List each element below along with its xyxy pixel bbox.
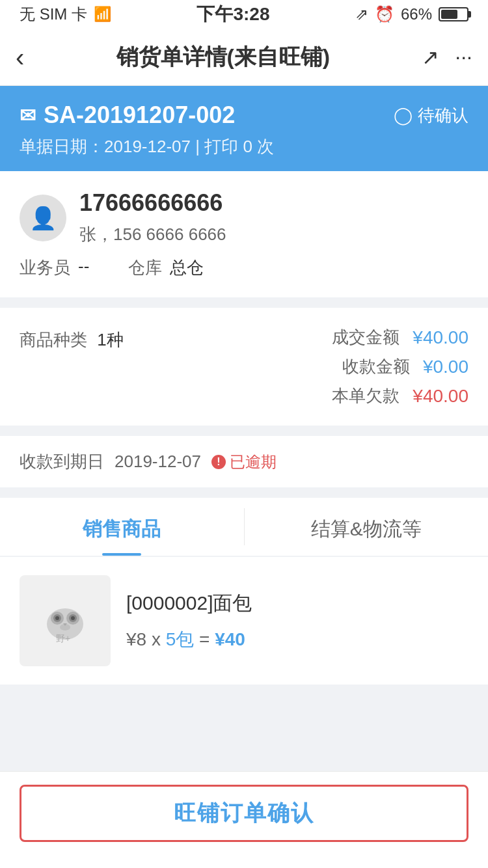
customer-phone: 17666666666 xyxy=(79,189,226,217)
kinds-label: 商品种类 xyxy=(20,330,87,349)
svg-text:野+: 野+ xyxy=(56,633,70,644)
product-kinds-field: 商品种类 1种 xyxy=(20,329,124,351)
product-image: 野+ xyxy=(20,575,111,666)
due-date-label: 收款到期日 xyxy=(20,450,104,473)
bottom-area: 旺铺订单确认 xyxy=(0,771,488,868)
due-date-card: 收款到期日 2019-12-07 ! 已逾期 xyxy=(0,436,488,487)
confirm-button[interactable]: 旺铺订单确认 xyxy=(20,785,468,842)
status-left: 无 SIM 卡 📶 xyxy=(20,4,111,25)
svg-point-6 xyxy=(71,616,75,620)
alarm-icon: ⏰ xyxy=(375,5,394,23)
transaction-amount-row: 成交金额 ¥40.00 xyxy=(332,326,468,349)
product-price: ¥8 x 5包 = ¥40 xyxy=(126,627,468,652)
collected-label: 收款金额 xyxy=(342,355,410,378)
collected-value: ¥0.00 xyxy=(423,357,468,377)
salesperson-label: 业务员 xyxy=(20,256,70,279)
order-status: ◯ 待确认 xyxy=(394,104,468,127)
collected-amount-row: 收款金额 ¥0.00 xyxy=(342,355,468,378)
salesperson-field: 业务员 -- xyxy=(20,256,89,279)
back-button[interactable]: ‹ xyxy=(16,44,24,70)
page-title: 销货单详情(来自旺铺) xyxy=(116,42,331,72)
battery-text: 66% xyxy=(401,5,432,23)
owe-label: 本单欠款 xyxy=(332,385,400,407)
warehouse-field: 仓库 总仓 xyxy=(128,256,204,279)
battery-icon xyxy=(439,7,468,21)
more-icon[interactable]: ··· xyxy=(455,45,472,69)
transaction-amount-label: 成交金额 xyxy=(332,326,400,349)
tab-products[interactable]: 销售商品 xyxy=(0,498,244,556)
warehouse-value: 总仓 xyxy=(170,256,204,279)
location-icon: ⇗ xyxy=(355,5,368,23)
product-total: ¥40 xyxy=(215,629,245,649)
overdue-badge: ! 已逾期 xyxy=(211,452,277,472)
salesperson-value: -- xyxy=(78,256,89,279)
product-section: 野+ [0000002]面包 ¥8 x 5包 = ¥40 xyxy=(0,557,488,685)
product-name: [0000002]面包 xyxy=(126,590,468,617)
summary-card: 商品种类 1种 成交金额 ¥40.00 收款金额 ¥0.00 本单欠款 ¥40.… xyxy=(0,308,488,426)
wifi-icon: 📶 xyxy=(94,6,111,23)
status-bar: 无 SIM 卡 📶 下午3:28 ⇗ ⏰ 66% xyxy=(0,0,488,29)
share-icon[interactable]: ↗ xyxy=(422,45,439,70)
warehouse-label: 仓库 xyxy=(128,256,162,279)
nav-actions: ↗ ··· xyxy=(422,45,472,70)
summary-right: 成交金额 ¥40.00 收款金额 ¥0.00 本单欠款 ¥40.00 xyxy=(332,326,468,407)
order-icon: ✉ xyxy=(20,104,36,127)
avatar: 👤 xyxy=(20,195,66,241)
order-header: ✉ SA-20191207-002 ◯ 待确认 单据日期：2019-12-07 … xyxy=(0,86,488,171)
overdue-text: 已逾期 xyxy=(230,452,277,472)
customer-card: 👤 17666666666 张，156 6666 6666 业务员 -- 仓库 … xyxy=(0,171,488,297)
order-id: ✉ SA-20191207-002 xyxy=(20,102,235,129)
due-date-value: 2019-12-07 xyxy=(115,452,201,472)
owe-amount-row: 本单欠款 ¥40.00 xyxy=(332,385,468,407)
summary-left: 商品种类 1种 xyxy=(20,326,124,351)
overdue-icon: ! xyxy=(211,455,226,469)
order-date: 单据日期：2019-12-07 | 打印 0 次 xyxy=(20,135,468,158)
status-time: 下午3:28 xyxy=(197,2,269,27)
owe-value: ¥40.00 xyxy=(413,386,468,407)
tab-settlement[interactable]: 结算&物流等 xyxy=(245,498,489,556)
transaction-amount-value: ¥40.00 xyxy=(413,327,468,348)
svg-point-5 xyxy=(55,616,59,620)
status-right: ⇗ ⏰ 66% xyxy=(355,5,468,23)
product-qty: 5包 xyxy=(166,629,199,649)
customer-name: 张，156 6666 6666 xyxy=(79,223,226,246)
product-thumbnail: 野+ xyxy=(39,595,91,647)
avatar-icon: 👤 xyxy=(29,205,57,231)
carrier-text: 无 SIM 卡 xyxy=(20,4,87,25)
kinds-value: 1种 xyxy=(97,330,123,349)
tabs-bar: 销售商品 结算&物流等 xyxy=(0,498,488,556)
product-details: [0000002]面包 ¥8 x 5包 = ¥40 xyxy=(126,590,468,652)
nav-bar: ‹ 销货单详情(来自旺铺) ↗ ··· xyxy=(0,29,488,86)
clock-icon: ◯ xyxy=(394,105,413,126)
product-item: 野+ [0000002]面包 ¥8 x 5包 = ¥40 xyxy=(20,575,468,666)
